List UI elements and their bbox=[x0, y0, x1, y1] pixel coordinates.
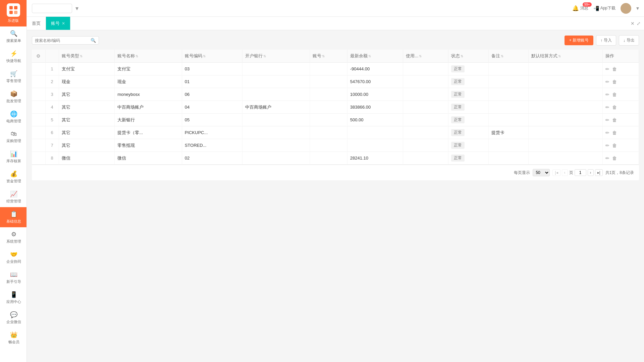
edit-icon[interactable]: ✏ bbox=[605, 130, 609, 135]
th-remark[interactable]: 备注⇅ bbox=[489, 50, 528, 63]
message-button[interactable]: 🔔 消息 99+ bbox=[572, 5, 588, 11]
th-code[interactable]: 账号编码⇅ bbox=[182, 50, 243, 63]
row-actions: ✏ 🗑 bbox=[603, 75, 639, 88]
sidebar-item-label: 企业微信 bbox=[6, 319, 21, 324]
edit-icon[interactable]: ✏ bbox=[605, 143, 609, 148]
edit-icon[interactable]: ✏ bbox=[605, 156, 609, 161]
th-status[interactable]: 状态⇅ bbox=[448, 50, 489, 63]
avatar[interactable] bbox=[621, 3, 631, 14]
th-usage[interactable]: 使用...⇅ bbox=[403, 50, 448, 63]
th-account[interactable]: 账号⇅ bbox=[310, 50, 347, 63]
sidebar-item-label: 零售管理 bbox=[6, 78, 21, 83]
row-gear bbox=[32, 152, 45, 165]
sidebar-item-enterprise-wechat[interactable]: 💬 企业微信 bbox=[0, 308, 26, 328]
operation-icon: 📈 bbox=[10, 190, 17, 198]
edit-icon[interactable]: ✏ bbox=[605, 92, 609, 97]
topbar-more-icon[interactable]: ▾ bbox=[636, 5, 639, 11]
delete-icon[interactable]: 🗑 bbox=[612, 66, 617, 72]
table-body: 1 支付宝 支付宝 03 -90444.00 正常 ✏ 🗑 2 现金 现金 01 bbox=[32, 63, 639, 165]
top-search-input[interactable] bbox=[32, 4, 72, 13]
th-actions: 操作 bbox=[603, 50, 639, 63]
edit-icon[interactable]: ✏ bbox=[605, 79, 609, 84]
row-balance: 10000.00 bbox=[347, 88, 403, 101]
last-page-button[interactable]: ▸| bbox=[595, 169, 603, 176]
sidebar-item-wholesale[interactable]: 📦 批发管理 bbox=[0, 87, 26, 107]
sidebar: 乐进版 🔍 搜索菜单 ⚡ 快捷导航 🛒 零售管理 📦 批发管理 🌐 电商管理 🛍… bbox=[0, 0, 27, 362]
th-default-settle[interactable]: 默认结算方式⇅ bbox=[528, 50, 603, 63]
maximize-window-icon[interactable]: ⤢ bbox=[637, 21, 641, 26]
message-badge: 99+ bbox=[583, 2, 592, 7]
import-button[interactable]: ↑ 导入 bbox=[596, 35, 616, 46]
page-size-dropdown[interactable]: 50 100 200 bbox=[533, 169, 550, 176]
delete-icon[interactable]: 🗑 bbox=[612, 105, 617, 110]
row-code: PICKUPC... bbox=[182, 126, 243, 139]
edit-icon[interactable]: ✏ bbox=[605, 117, 609, 123]
prev-page-button[interactable]: ‹ bbox=[562, 169, 568, 176]
delete-icon[interactable]: 🗑 bbox=[612, 79, 617, 84]
sidebar-item-quick-nav[interactable]: ⚡ 快捷导航 bbox=[0, 47, 26, 67]
row-actions: ✏ 🗑 bbox=[603, 63, 639, 75]
sidebar-item-ecommerce[interactable]: 🌐 电商管理 bbox=[0, 107, 26, 127]
sidebar-item-purchase[interactable]: 🛍 采购管理 bbox=[0, 127, 26, 147]
row-gear bbox=[32, 75, 45, 88]
sidebar-item-retail[interactable]: 🛒 零售管理 bbox=[0, 67, 26, 87]
delete-icon[interactable]: 🗑 bbox=[612, 117, 617, 123]
row-code: STORED... bbox=[182, 139, 243, 152]
sidebar-item-operation[interactable]: 📈 经营管理 bbox=[0, 187, 26, 207]
sidebar-item-vip[interactable]: 👑 畅会员 bbox=[0, 328, 26, 348]
next-page-button[interactable]: › bbox=[588, 169, 594, 176]
row-actions: ✏ 🗑 bbox=[603, 88, 639, 101]
row-default-settle bbox=[528, 75, 603, 88]
delete-icon[interactable]: 🗑 bbox=[612, 130, 617, 135]
row-gear bbox=[32, 101, 45, 114]
row-default-settle bbox=[528, 139, 603, 152]
first-page-button[interactable]: |◂ bbox=[552, 169, 560, 176]
th-bank[interactable]: 开户银行⇅ bbox=[243, 50, 310, 63]
th-name[interactable]: 账号名称⇅ bbox=[115, 50, 182, 63]
app-download-button[interactable]: 📲 App下载 bbox=[593, 5, 615, 11]
app-download-icon: 📲 bbox=[593, 6, 599, 11]
topbar-dropdown-icon[interactable]: ▾ bbox=[75, 5, 78, 12]
table-row: 2 现金 现金 01 547670.00 正常 ✏ 🗑 bbox=[32, 75, 639, 88]
row-status: 正常 bbox=[448, 63, 489, 75]
sidebar-item-system[interactable]: ⚙ 系统管理 bbox=[0, 227, 26, 247]
delete-icon[interactable]: 🗑 bbox=[612, 92, 617, 97]
sidebar-item-app-center[interactable]: 📱 应用中心 bbox=[0, 288, 26, 308]
row-code: 06 bbox=[182, 88, 243, 101]
sidebar-item-basic[interactable]: 📋 基础信息 bbox=[0, 207, 26, 227]
table-row: 5 其它 大新银行 05 500.00 正常 ✏ 🗑 bbox=[32, 114, 639, 126]
row-account bbox=[310, 88, 347, 101]
sidebar-item-label: 电商管理 bbox=[6, 119, 21, 124]
delete-icon[interactable]: 🗑 bbox=[612, 156, 617, 161]
search-input[interactable] bbox=[35, 38, 91, 43]
import-label: 导入 bbox=[604, 38, 612, 43]
column-settings-icon[interactable]: ⚙ bbox=[36, 53, 41, 59]
row-default-settle bbox=[528, 88, 603, 101]
row-bank bbox=[243, 126, 310, 139]
th-settings: ⚙ bbox=[32, 50, 45, 63]
edit-icon[interactable]: ✏ bbox=[605, 66, 609, 72]
row-name: 大新银行 bbox=[115, 114, 182, 126]
status-badge: 正常 bbox=[451, 155, 465, 162]
search-icon[interactable]: 🔍 bbox=[91, 38, 96, 43]
export-button[interactable]: ↓ 导出 bbox=[619, 35, 639, 46]
delete-icon[interactable]: 🗑 bbox=[612, 143, 617, 148]
sidebar-item-finance[interactable]: 💰 资金管理 bbox=[0, 167, 26, 187]
tab-account[interactable]: 账号 ✕ bbox=[46, 17, 70, 30]
status-badge: 正常 bbox=[451, 129, 465, 136]
th-type[interactable]: 账号类型⇅ bbox=[59, 50, 115, 63]
sidebar-item-search[interactable]: 🔍 搜索菜单 bbox=[0, 26, 26, 47]
close-window-icon[interactable]: ✕ bbox=[631, 21, 635, 26]
sidebar-item-enterprise[interactable]: 🤝 企业协同 bbox=[0, 247, 26, 267]
sidebar-item-guide[interactable]: 📖 新手引导 bbox=[0, 267, 26, 288]
page-input[interactable] bbox=[575, 169, 586, 176]
status-badge: 正常 bbox=[451, 65, 465, 72]
row-default-settle bbox=[528, 152, 603, 165]
row-type: 现金 bbox=[59, 75, 115, 88]
edit-icon[interactable]: ✏ bbox=[605, 105, 609, 110]
sidebar-item-inventory[interactable]: 📊 库存核算 bbox=[0, 147, 26, 167]
add-account-button[interactable]: + 新增账号 bbox=[565, 36, 593, 45]
tab-close-icon[interactable]: ✕ bbox=[62, 21, 65, 26]
th-balance[interactable]: 最新余额⇅ bbox=[347, 50, 403, 63]
tab-home[interactable]: 首页 bbox=[27, 17, 46, 30]
